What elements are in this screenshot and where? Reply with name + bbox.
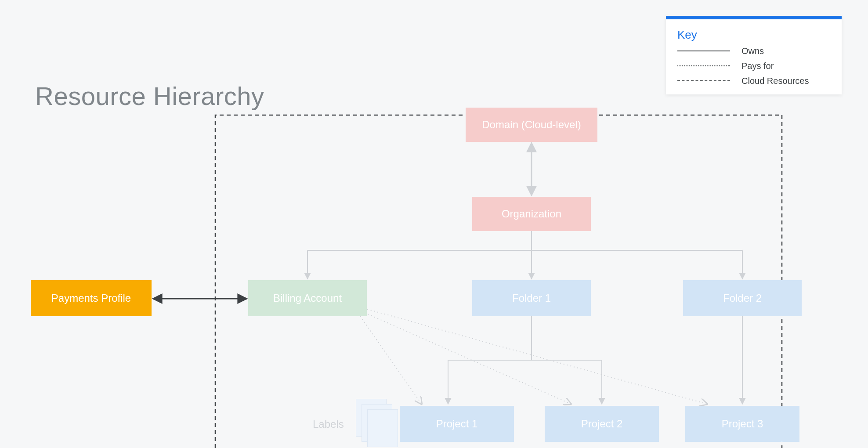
legend-row-pays: Pays for xyxy=(677,60,830,72)
edge-billing-p3 xyxy=(367,309,707,404)
node-billing-label: Billing Account xyxy=(273,292,342,304)
node-payments-label: Payments Profile xyxy=(51,292,131,304)
legend-label-pays: Pays for xyxy=(741,60,774,72)
legend-line-dotted-icon xyxy=(677,65,730,66)
node-organization: Organization xyxy=(472,197,591,231)
edge-billing-p2 xyxy=(365,313,571,404)
node-domain: Domain (Cloud-level) xyxy=(466,108,597,142)
legend-row-owns: Owns xyxy=(677,45,830,57)
labels-caption: Labels xyxy=(313,418,344,430)
node-project1-label: Project 1 xyxy=(436,418,478,430)
node-folder2-label: Folder 2 xyxy=(723,292,762,304)
legend-line-dashed-icon xyxy=(677,80,730,81)
node-project-1: Project 1 xyxy=(400,406,514,442)
edge-billing-p1 xyxy=(360,316,422,404)
node-payments-profile: Payments Profile xyxy=(31,280,152,316)
legend-line-solid-icon xyxy=(677,51,730,51)
legend-label-cloud: Cloud Resources xyxy=(741,75,809,87)
legend-accent-bar xyxy=(666,16,842,19)
node-billing-account: Billing Account xyxy=(248,280,367,316)
node-project-2: Project 2 xyxy=(545,406,659,442)
node-project3-label: Project 3 xyxy=(722,418,763,430)
node-folder1-label: Folder 1 xyxy=(512,292,551,304)
node-folder-2: Folder 2 xyxy=(683,280,802,316)
legend-title: Key xyxy=(677,28,830,42)
node-organization-label: Organization xyxy=(502,208,561,220)
labels-card-front xyxy=(367,409,398,447)
legend-row-cloud: Cloud Resources xyxy=(677,75,830,87)
node-folder-1: Folder 1 xyxy=(472,280,591,316)
legend-panel: Key Owns Pays for Cloud Resources xyxy=(666,16,842,94)
legend-label-owns: Owns xyxy=(741,45,764,57)
node-domain-label: Domain (Cloud-level) xyxy=(482,119,581,131)
node-project-3: Project 3 xyxy=(685,406,799,442)
diagram-title: Resource Hierarchy xyxy=(35,81,264,111)
node-project2-label: Project 2 xyxy=(581,418,623,430)
